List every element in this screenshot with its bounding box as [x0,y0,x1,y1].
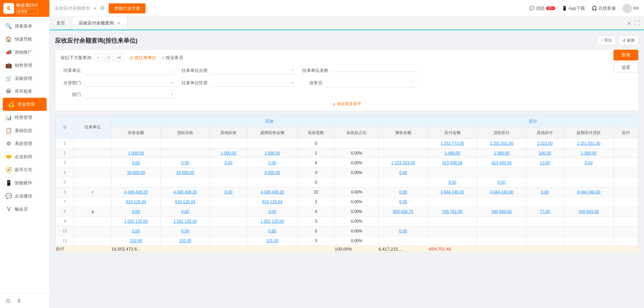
table-cell[interactable]: 1,001,135.00 [111,217,161,226]
refresh-button[interactable]: ↺ 刷新 [619,36,639,45]
settlement-unit-input[interactable]: ··· [84,66,175,75]
sidebar-item-basic[interactable]: 📋 基础信息 [0,124,49,137]
table-cell[interactable]: 0.00 [247,226,298,236]
table-cell[interactable]: 1,000.00 [111,148,161,158]
sidebar-item-marketing[interactable]: 📣 营销推广 [0,46,49,59]
table-cell[interactable]: 0.00 [247,207,298,217]
table-cell[interactable]: 810,126.64 [247,197,298,207]
table-cell[interactable]: 3,044,240.00 [428,187,477,197]
tab-maximize-icon[interactable]: ⛶ [635,20,640,26]
table-cell[interactable]: 18,000.00 [111,168,161,178]
filter-add-icon[interactable]: ＋ [94,54,103,62]
setting-button[interactable]: 设置 [613,62,638,73]
filter-mode-by-unit[interactable]: ⊙ 按往来单位 [129,55,156,61]
table-cell[interactable]: 0.00 [526,187,564,197]
table-cell[interactable]: 4,345,436.20 [247,187,298,197]
message-btn[interactable]: 💬 消息 99+ [529,5,555,11]
table-cell[interactable]: 0.00 [111,207,161,217]
table-cell[interactable]: 1,000.00 [210,148,247,158]
filter-collapse-btn[interactable]: ∧ 收起更多条件 [61,101,633,107]
table-cell[interactable]: 0.00 [477,178,526,187]
sidebar-item-enterprise[interactable]: 🤝 企业协同 [0,150,49,163]
table-cell[interactable]: 655,636.75 [378,207,428,217]
tab-home[interactable]: 首页 [50,17,72,30]
table-cell[interactable]: 1,251,551.00 [564,139,614,148]
table-cell[interactable]: 1,001,135.00 [247,217,298,226]
table-cell[interactable]: 0.00 [378,168,428,178]
filter-settings-icon[interactable]: ⊙ [105,54,113,62]
filter-collapse-icon[interactable]: ≪ [115,54,124,62]
app-download-btn[interactable]: 📱 App下载 [562,5,585,11]
settings-gear-icon[interactable]: ⚙ [100,5,105,11]
table-cell[interactable]: 18,000.00 [161,168,210,178]
table-cell[interactable]: 810,126.64 [111,197,161,207]
table-cell[interactable]: 0.00 [161,207,210,217]
table-cell[interactable]: 345,684.00 [564,207,614,217]
table-cell[interactable]: 0.00 [378,197,428,207]
collapse-btn[interactable]: ⏸ [16,298,22,305]
table-cell[interactable]: 3,044,240.00 [564,187,614,197]
table-cell[interactable]: 9,000.00 [247,168,298,178]
unit-category-select[interactable]: ▾ [210,67,296,74]
unit-name-input[interactable] [331,69,416,72]
table-cell[interactable]: 810,126.64 [161,197,210,207]
table-cell[interactable]: 0.00 [161,226,210,236]
table-cell[interactable]: 0.00 [210,187,247,197]
table-cell[interactable]: 0.00 [161,158,210,168]
table-cell[interactable]: 1,390.00 [564,148,614,158]
table-cell[interactable]: 915,508.56 [428,158,477,168]
table-cell[interactable]: 0.00 [247,158,298,168]
table-cell[interactable]: 101.00 [247,236,298,246]
salesperson-input[interactable]: ··· [325,78,416,87]
table-cell[interactable]: 0.00 [378,226,428,236]
table-cell[interactable]: 345,684.00 [477,207,526,217]
table-cell[interactable]: 0.00 [111,226,161,236]
settings-btn[interactable]: ⚙ [5,297,11,305]
tab-close-icon[interactable]: ✕ [117,21,120,26]
sidebar-item-guide[interactable]: 🧭 新手引导 [0,163,49,176]
table-cell[interactable]: 0.00 [378,187,428,197]
table-cell[interactable]: 1,251,551.00 [477,139,526,148]
table-cell[interactable]: 0.00 [428,178,477,187]
table-cell[interactable]: 1,000.00 [247,148,298,158]
table-cell[interactable]: 345,761.00 [428,207,477,217]
table-cell[interactable]: 0.00 [564,158,614,168]
sidebar-item-inventory[interactable]: 🏛 库存核算 [0,85,49,98]
unit-nature-select[interactable]: ▾ [210,79,296,87]
trial-button[interactable]: 体验行业方案 [109,3,146,13]
table-cell[interactable]: 13.00 [526,158,564,168]
sidebar-item-wechat[interactable]: 💬 企业微信 [0,189,49,203]
table-cell[interactable]: 4,345,436.20 [111,187,161,197]
filter-mode-by-staff[interactable]: ○ 按业务员 [162,55,183,61]
dept-manage-select[interactable]: ▾ [84,79,175,87]
table-cell[interactable]: 915,495.56 [477,158,526,168]
sidebar-item-operation[interactable]: 📊 经营管理 [0,111,49,124]
export-button[interactable]: ↑ 导出 [597,36,616,45]
tab-close-all-icon[interactable]: ✕ [627,20,631,27]
sidebar-item-member[interactable]: Ⅴ 畅会员 [0,203,49,216]
table-cell[interactable]: 100.00 [526,148,564,158]
sidebar-item-system[interactable]: ⚙ 系统管理 [0,137,49,150]
sidebar-item-purchase[interactable]: 🛒 采购管理 [0,72,49,85]
sidebar-item-fund[interactable]: 💰 资金管理 [3,98,47,111]
dept-select[interactable]: ▾ [84,91,175,98]
user-avatar[interactable]: Rit [623,4,639,13]
table-cell[interactable]: 77.00 [526,207,564,217]
query-button[interactable]: 查询 [613,50,638,60]
table-cell[interactable]: 1,390.00 [477,148,526,158]
sidebar-item-quick-nav[interactable]: 🏠 快捷导航 [0,33,49,46]
table-cell[interactable]: 0.00 [111,158,161,168]
table-cell[interactable]: 0.00 [210,158,247,168]
table-settings-icon[interactable]: ⚙ [63,125,67,130]
tab-query[interactable]: 应收应付余额查询 ✕ [72,17,127,30]
table-cell[interactable]: 1,490.00 [428,148,477,158]
sidebar-item-sales[interactable]: 💼 销售管理 [0,59,49,72]
table-cell[interactable]: 4,345,436.20 [161,187,210,197]
service-btn[interactable]: 🎧 在线客服 [592,5,616,11]
table-cell[interactable]: 2,153,333.00 [378,158,428,168]
table-cell[interactable]: 1,001,135.00 [161,217,210,226]
sidebar-item-search-menu[interactable]: 🔍 搜索菜单 [0,19,49,33]
table-cell[interactable]: 1,252,773.00 [428,139,477,148]
table-cell[interactable]: 1,222.00 [526,139,564,148]
sidebar-item-hardware[interactable]: 📱 智能硬件 [0,176,49,189]
